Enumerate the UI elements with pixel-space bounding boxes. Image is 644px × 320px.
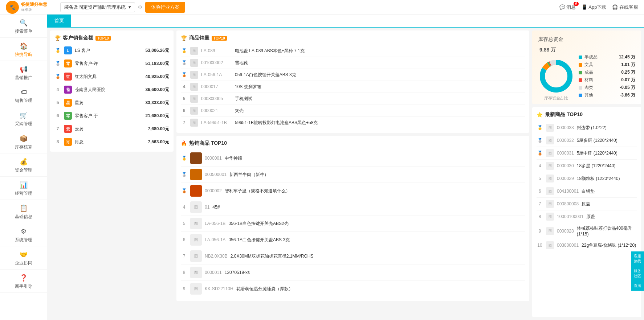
hot-item: 🥈 000500001 新西兰牛肉（新牛） bbox=[181, 167, 525, 183]
finance-icon: 💰 bbox=[20, 158, 28, 166]
float-btn-直播[interactable]: 直播 bbox=[631, 281, 644, 291]
new-item: 🥉 图 0000031 5厘中纤 (1220*2440) bbox=[537, 147, 637, 160]
new-rank-num: 5 bbox=[537, 176, 543, 181]
new-rank-num: 10 bbox=[537, 243, 543, 248]
sidebar-item-system[interactable]: ⚙系统管理 bbox=[0, 223, 47, 246]
sidebar-item-finance[interactable]: 💰资金管理 bbox=[0, 153, 47, 177]
sidebar-item-search[interactable]: 🔍搜索菜单 bbox=[0, 15, 47, 38]
message-badge[interactable]: 💬 消息 6 bbox=[559, 4, 576, 11]
new-item: 7 图 000800008 原盖 bbox=[537, 198, 637, 210]
trial-button[interactable]: 体验行业方案 bbox=[145, 2, 185, 13]
sidebar-label: 基础信息 bbox=[15, 214, 32, 220]
quick-nav-icon: 🏠 bbox=[20, 42, 28, 50]
rank-number: 5 bbox=[54, 100, 61, 105]
rank-avatar: L bbox=[64, 46, 72, 54]
tab-bar: 首页 bbox=[47, 15, 644, 28]
sidebar: 🔍搜索菜单🏠快捷导航📢营销推广🏷销售管理🛒采购管理📦库存核算💰资金管理📊经营管理… bbox=[0, 15, 47, 320]
product-name: 59651-1B旋转投影灯电池盒ABS黑色+58克 bbox=[235, 120, 525, 126]
new-code: 0000033 bbox=[557, 125, 574, 130]
new-rank-num: 🥈 bbox=[537, 138, 543, 143]
system-selector[interactable]: 装备及固定资产辅助管理系统 ▾ bbox=[60, 2, 135, 12]
cooperation-icon: 🤝 bbox=[20, 251, 28, 259]
legend-value: -3.86 万 bbox=[620, 92, 635, 98]
hot-product-img: 图 bbox=[190, 201, 202, 213]
float-btn-客服热线[interactable]: 客服热线 bbox=[631, 251, 644, 266]
sidebar-item-quick-nav[interactable]: 🏠快捷导航 bbox=[0, 38, 47, 61]
hot-name: 花语萌恒温分腿睡袋（厚款） bbox=[236, 286, 293, 292]
hot-code: 000500001 bbox=[205, 172, 227, 177]
legend-value: 12.45 万 bbox=[619, 54, 635, 60]
rank-amount: 7,563.00元 bbox=[148, 139, 169, 145]
topbar: 🐾 畅捷通好生意 标准版 装备及固定资产辅助管理系统 ▾ ⚙ 体验行业方案 💬 … bbox=[0, 0, 644, 15]
hot-rank-num: 9 bbox=[181, 286, 187, 291]
new-code: 004100001 bbox=[557, 189, 579, 194]
gear-icon[interactable]: ⚙ bbox=[138, 4, 142, 10]
rank-name: 苍南县人民医院 bbox=[75, 87, 143, 93]
sidebar-label: 快捷导航 bbox=[15, 52, 32, 58]
hot-name: 056-1B白色按键开关壳ABS2壳 bbox=[228, 221, 288, 227]
legend-dot bbox=[579, 94, 582, 97]
rank-amount: 53,006.26元 bbox=[146, 48, 169, 54]
new-rank-num: 8 bbox=[537, 214, 543, 219]
logo-icon: 🐾 bbox=[6, 1, 19, 14]
new-name: 原盖 bbox=[586, 214, 637, 220]
float-btn-服务社区[interactable]: 服务社区 bbox=[631, 266, 644, 281]
tab-home[interactable]: 首页 bbox=[47, 15, 71, 27]
sidebar-item-basic-info[interactable]: 📋基础信息 bbox=[0, 200, 47, 223]
legend-value: -0.05 万 bbox=[620, 85, 635, 91]
message-count: 6 bbox=[574, 2, 579, 6]
hot-product-img: 图 bbox=[190, 218, 202, 229]
product-img: 图 bbox=[190, 59, 198, 67]
hot-product-img: 图 bbox=[190, 234, 202, 246]
logo-sub: 标准版 bbox=[21, 7, 47, 12]
search-icon: 🔍 bbox=[20, 19, 28, 27]
new-product-img: 图 bbox=[546, 227, 554, 235]
sidebar-item-guide[interactable]: ❓新手引导 bbox=[0, 270, 47, 293]
new-product-img: 图 bbox=[546, 136, 554, 144]
system-name: 装备及固定资产辅助管理系统 bbox=[64, 4, 126, 11]
logo: 🐾 畅捷通好生意 标准版 bbox=[6, 1, 53, 14]
online-service[interactable]: 🎧 在线客服 bbox=[612, 4, 638, 11]
rank-avatar: 红 bbox=[64, 73, 72, 81]
hot-code: LA-056-1A bbox=[205, 237, 225, 242]
new-code: 0000028 bbox=[557, 229, 574, 234]
customer-rank-list: 🥇 L LS 客户 53,006.26元 🥈 零 零售客户-许 51,183.0… bbox=[54, 45, 169, 147]
new-rank-num: 6 bbox=[537, 189, 543, 194]
sidebar-item-cooperation[interactable]: 🤝企业协同 bbox=[0, 246, 47, 270]
sidebar-item-sales[interactable]: 🏷销售管理 bbox=[0, 84, 47, 107]
sidebar-label: 搜索菜单 bbox=[15, 28, 32, 34]
rank-name: 肖总 bbox=[75, 139, 145, 145]
legend-item: 其他 -3.86 万 bbox=[579, 92, 635, 98]
new-code: 10000100001 bbox=[557, 214, 583, 219]
float-buttons: 客服热线服务社区直播 bbox=[631, 251, 644, 291]
product-code: 0000021 bbox=[201, 108, 232, 113]
rank-name: 零售客户-许 bbox=[75, 61, 143, 67]
message-icon: 💬 bbox=[559, 4, 565, 10]
hot-item: 6 图 LA-056-1A 056-1A白色按键开关盖ABS 3克 bbox=[181, 232, 525, 248]
product-name: 056-1A白色按键开关盖ABS 3克 bbox=[235, 72, 525, 78]
chart-label: 库存资金占比 bbox=[538, 95, 574, 101]
hot-item: 5 图 LA-056-1B 056-1B白色按键开关壳ABS2壳 bbox=[181, 216, 525, 232]
rank-name: LS 客户 bbox=[75, 48, 143, 54]
sidebar-item-purchase[interactable]: 🛒采购管理 bbox=[0, 107, 47, 130]
rank-number: 4 bbox=[54, 87, 61, 92]
new-product-img: 图 bbox=[546, 175, 554, 182]
app-download[interactable]: 📱 App下载 bbox=[582, 4, 606, 11]
hot-product-img: 图 bbox=[190, 267, 202, 278]
hot-product-img bbox=[190, 185, 202, 197]
top-badge2: TOP10 bbox=[212, 36, 227, 41]
sidebar-item-operations[interactable]: 📊经营管理 bbox=[0, 177, 47, 200]
hot-item: 🥇 0000001 中华神蹄 bbox=[181, 150, 525, 167]
legend-item: 成品 0.25 万 bbox=[579, 69, 635, 75]
new-name: 18颗粒板 (1220*2440) bbox=[577, 176, 637, 182]
product-img: 图 bbox=[190, 95, 198, 103]
new-products-list: 🥇 图 0000033 封边带 (1.0*22) 🥈 图 0000032 5厘多… bbox=[537, 122, 637, 251]
left-panel: 🏆 客户销售金额 TOP10 🥇 L LS 客户 53,006.26元 🥈 零 … bbox=[50, 30, 174, 317]
purchase-icon: 🛒 bbox=[20, 111, 28, 119]
fire-icon: 🔥 bbox=[181, 140, 187, 146]
sidebar-item-inventory[interactable]: 📦库存核算 bbox=[0, 130, 47, 153]
top-products-label: 商品销量 bbox=[189, 35, 209, 41]
system-icon: ⚙ bbox=[21, 227, 27, 235]
legend-name: 材料 bbox=[584, 77, 619, 83]
sidebar-item-marketing[interactable]: 📢营销推广 bbox=[0, 61, 47, 84]
